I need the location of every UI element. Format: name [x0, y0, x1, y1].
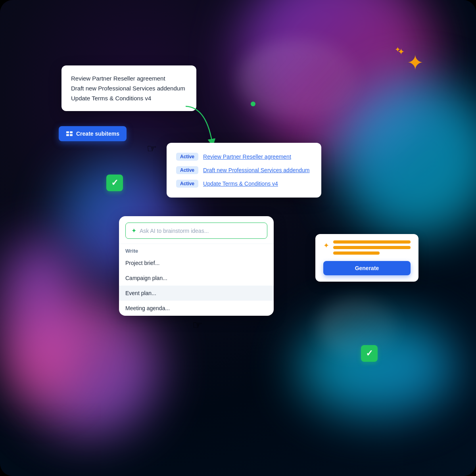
active-link-2[interactable]: Draft new Professional Services addendum — [203, 167, 309, 173]
cursor-pointer-2: ☞ — [192, 319, 202, 332]
task-item-2[interactable]: Draft new Professional Services addendum — [71, 83, 187, 93]
subitems-icon — [66, 130, 73, 137]
star-large-icon: ✦ — [407, 51, 424, 75]
active-row-2: Active Draft new Professional Services a… — [176, 163, 312, 177]
connector-dot — [251, 102, 255, 106]
ai-menu-campaign-plan[interactable]: Campaign plan... — [119, 271, 274, 286]
ai-input-placeholder: Ask AI to brainstorm ideas... — [140, 228, 209, 234]
generate-card: ✦ Generate — [315, 234, 418, 282]
active-link-3[interactable]: Update Terms & Conditions v4 — [203, 180, 278, 187]
gen-line-1 — [333, 240, 411, 244]
check-icon-2: ✓ — [366, 348, 373, 359]
tasks-card: Review Partner Reseller agreement Draft … — [61, 65, 196, 111]
gen-line-2 — [333, 246, 411, 249]
check-badge-2: ✓ — [361, 345, 378, 362]
badge-active-1: Active — [176, 153, 198, 161]
task-item-1[interactable]: Review Partner Reseller agreement — [71, 73, 187, 83]
active-items-card: Active Review Partner Reseller agreement… — [167, 143, 321, 198]
generate-lines — [333, 240, 411, 255]
svg-rect-3 — [70, 134, 73, 136]
create-subitems-label: Create subitems — [76, 131, 119, 137]
check-icon-1: ✓ — [111, 178, 118, 188]
ai-sparkle-icon: ✦ — [131, 227, 136, 234]
main-content: ✦ ✦ ✦ Review Partner Reseller agreement … — [0, 0, 476, 476]
badge-active-2: Active — [176, 166, 198, 174]
gen-line-3 — [333, 251, 380, 255]
svg-rect-1 — [70, 131, 73, 133]
cursor-pointer-1: ☞ — [147, 142, 157, 155]
svg-rect-0 — [66, 131, 69, 133]
create-subitems-button[interactable]: Create subitems — [59, 126, 127, 141]
star-small-2-icon: ✦ — [395, 45, 401, 54]
ai-input-field[interactable]: ✦ Ask AI to brainstorm ideas... — [125, 223, 267, 239]
generate-sparkle-icon: ✦ — [323, 241, 329, 250]
active-link-1[interactable]: Review Partner Reseller agreement — [203, 154, 291, 160]
task-item-3[interactable]: Update Terms & Conditions v4 — [71, 93, 187, 103]
check-badge-1: ✓ — [106, 175, 123, 191]
ai-section-label: Write — [119, 244, 274, 255]
active-row-3: Active Update Terms & Conditions v4 — [176, 177, 312, 190]
active-row-1: Active Review Partner Reseller agreement — [176, 150, 312, 163]
badge-active-3: Active — [176, 180, 198, 188]
ai-brainstorm-card: ✦ Ask AI to brainstorm ideas... Write Pr… — [119, 216, 274, 316]
ai-menu-event-plan[interactable]: Event plan... — [119, 286, 274, 301]
generate-top: ✦ — [323, 240, 411, 255]
ai-menu-meeting-agenda[interactable]: Meeting agenda... — [119, 301, 274, 316]
star-small-1-icon: ✦ — [397, 47, 405, 57]
generate-button[interactable]: Generate — [323, 261, 411, 275]
svg-rect-2 — [66, 134, 69, 136]
ai-menu-project-brief[interactable]: Project brief... — [119, 255, 274, 271]
ai-input-wrapper: ✦ Ask AI to brainstorm ideas... — [119, 216, 274, 244]
